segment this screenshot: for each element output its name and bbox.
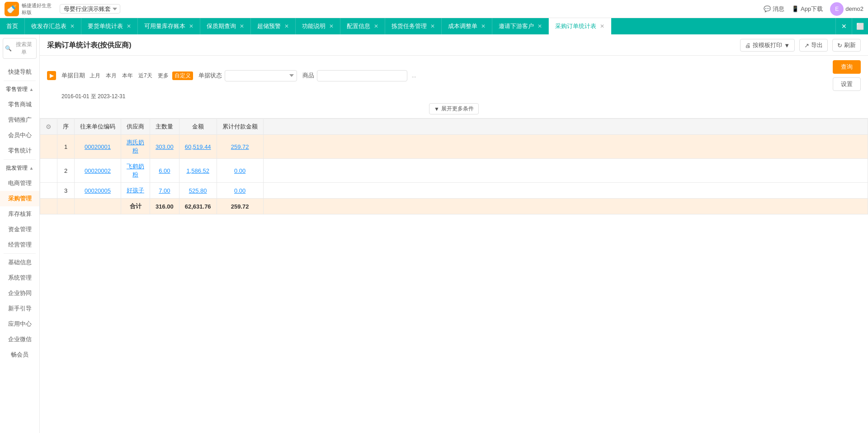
row3-unit-code-link[interactable]: 00020005 bbox=[85, 187, 111, 194]
tab-order-stat[interactable]: 要货单统计表 ✕ bbox=[81, 18, 138, 34]
export-button[interactable]: ↗ 导出 bbox=[799, 39, 828, 52]
date-last-month[interactable]: 上月 bbox=[88, 71, 102, 80]
filter-row-1: ▶ 单据日期 上月 本月 本年 近7天 更多 自定义 单据状态 bbox=[47, 60, 861, 91]
tab-purchase-stat[interactable]: 采购订单统计表 ✕ bbox=[549, 18, 611, 34]
close-tab-cost-adjust[interactable]: ✕ bbox=[481, 23, 486, 29]
refresh-icon: ↻ bbox=[837, 42, 842, 49]
tab-expiry-query[interactable]: 保质期查询 ✕ bbox=[200, 18, 251, 34]
sidebar-item-capital-mgmt[interactable]: 资金管理 bbox=[0, 222, 39, 237]
tab-invite-downstream[interactable]: 邀请下游客户 ✕ bbox=[492, 18, 549, 34]
row3-paid-amount: 0.00 bbox=[217, 183, 263, 199]
row1-supplier-link[interactable]: 惠氏奶粉 bbox=[127, 139, 144, 154]
print-arrow-icon: ▼ bbox=[784, 42, 790, 49]
sidebar-item-enterprise-wechat[interactable]: 企业微信 bbox=[0, 332, 39, 347]
sidebar-item-retail-stat[interactable]: 零售统计 bbox=[0, 143, 39, 158]
app-download-action[interactable]: 📱 App下载 bbox=[792, 5, 823, 13]
date-custom-tag[interactable]: 自定义 bbox=[172, 71, 193, 80]
message-action[interactable]: 💬 消息 bbox=[764, 5, 784, 13]
sidebar-item-purchase-mgmt[interactable]: 采购管理 bbox=[0, 191, 39, 206]
date-this-year[interactable]: 本年 bbox=[120, 71, 135, 80]
table-footer-row: 合计 316.00 62,631.76 259.72 bbox=[40, 199, 868, 214]
sidebar-item-app-center[interactable]: 应用中心 bbox=[0, 316, 39, 332]
tab-home[interactable]: 首页 bbox=[0, 18, 25, 34]
row2-supplier-link[interactable]: 飞鹤奶粉 bbox=[127, 163, 144, 178]
status-filter: 单据状态 bbox=[198, 70, 297, 81]
close-tab-purchase-stat[interactable]: ✕ bbox=[600, 23, 604, 29]
sidebar-item-ecommerce-mgmt[interactable]: 电商管理 bbox=[0, 176, 39, 191]
close-tab-config-info[interactable]: ✕ bbox=[374, 23, 378, 29]
close-tab-pick-task[interactable]: ✕ bbox=[430, 23, 435, 29]
status-select[interactable] bbox=[225, 70, 297, 81]
close-tab-collect-pay[interactable]: ✕ bbox=[70, 23, 75, 29]
avatar: E bbox=[830, 2, 844, 16]
close-tab-available-stock[interactable]: ✕ bbox=[189, 23, 193, 29]
nav-tabs-end: ✕ ⬜ bbox=[835, 18, 868, 34]
close-tab-invite-downstream[interactable]: ✕ bbox=[538, 23, 542, 29]
sidebar-item-marketing[interactable]: 营销推广 bbox=[0, 112, 39, 128]
user-action[interactable]: E demo2 bbox=[830, 2, 863, 16]
close-tab-expiry-query[interactable]: ✕ bbox=[240, 23, 244, 29]
page-content: 采购订单统计表(按供应商) 🖨 按模板打印 ▼ ↗ 导出 ↻ 刷新 bbox=[40, 34, 868, 433]
sidebar-search-btn[interactable]: 🔍 搜索菜单 bbox=[3, 38, 37, 59]
row3-paid-amount-link[interactable]: 0.00 bbox=[234, 187, 245, 194]
sidebar-item-retail-mall[interactable]: 零售商城 bbox=[0, 97, 39, 112]
row1-amount: 60,519.44 bbox=[179, 135, 217, 159]
tab-cost-adjust[interactable]: 成本调整单 ✕ bbox=[442, 18, 492, 34]
sidebar-item-new-guide[interactable]: 新手引导 bbox=[0, 301, 39, 316]
row1-unit-code-link[interactable]: 00020001 bbox=[85, 143, 111, 150]
breadcrumb-select[interactable]: 母婴行业演示账套 bbox=[60, 4, 120, 14]
logo-text: 畅捷通好生意 标版 bbox=[22, 2, 52, 15]
more-options-btn[interactable]: ... bbox=[412, 72, 416, 79]
sidebar-item-basic-info[interactable]: 基础信息 bbox=[0, 255, 39, 270]
row2-main-qty-link[interactable]: 6.00 bbox=[159, 167, 170, 174]
sidebar-item-ops-mgmt[interactable]: 经营管理 bbox=[0, 237, 39, 252]
row2-unit-code-link[interactable]: 00020002 bbox=[85, 167, 111, 174]
print-button[interactable]: 🖨 按模板打印 ▼ bbox=[740, 39, 795, 52]
col-extra bbox=[263, 119, 868, 135]
row1-main-qty-link[interactable]: 303.00 bbox=[156, 143, 174, 150]
close-tab-overstock-warning[interactable]: ✕ bbox=[284, 23, 289, 29]
refresh-button[interactable]: ↻ 刷新 bbox=[832, 39, 861, 52]
query-button[interactable]: 查询 bbox=[833, 60, 861, 74]
sidebar-item-retail-mgmt[interactable]: 零售管理 ▲ bbox=[0, 82, 39, 97]
sidebar-item-wholesale-mgmt[interactable]: 批发管理 ▲ bbox=[0, 161, 39, 176]
tab-config-info[interactable]: 配置信息 ✕ bbox=[340, 18, 385, 34]
tab-available-stock[interactable]: 可用量库存账本 ✕ bbox=[138, 18, 200, 34]
row3-amount-link[interactable]: 525.80 bbox=[189, 187, 207, 194]
tab-collect-pay[interactable]: 收发存汇总表 ✕ bbox=[25, 18, 81, 34]
settings-button[interactable]: 设置 bbox=[833, 77, 861, 91]
divider-3 bbox=[4, 253, 36, 254]
date-shortcuts: 上月 本月 本年 近7天 更多 自定义 bbox=[88, 71, 193, 80]
date-7days[interactable]: 近7天 bbox=[137, 71, 154, 80]
sidebar-item-enterprise-collab[interactable]: 企业协同 bbox=[0, 285, 39, 301]
goods-input[interactable] bbox=[317, 70, 407, 81]
row3-main-qty-link[interactable]: 7.00 bbox=[159, 187, 170, 194]
sidebar-item-member[interactable]: 畅会员 bbox=[0, 347, 39, 362]
row3-amount: 525.80 bbox=[179, 183, 217, 199]
sidebar-item-stock-check[interactable]: 库存核算 bbox=[0, 206, 39, 222]
nav-fullscreen-btn[interactable]: ⬜ bbox=[852, 18, 868, 34]
tab-pick-task[interactable]: 拣货任务管理 ✕ bbox=[385, 18, 442, 34]
close-tab-func-desc[interactable]: ✕ bbox=[329, 23, 334, 29]
date-this-month[interactable]: 本月 bbox=[104, 71, 118, 80]
date-more[interactable]: 更多 bbox=[156, 71, 170, 80]
sidebar-nav: 快捷导航 零售管理 ▲ 零售商城 营销推广 会员中心 零售统计 批发管理 ▲ bbox=[0, 62, 39, 364]
collapse-filter-btn[interactable]: ▶ bbox=[47, 71, 56, 80]
row3-unit-code: 00020005 bbox=[75, 183, 121, 199]
nav-close-btn[interactable]: ✕ bbox=[835, 18, 852, 34]
row1-amount-link[interactable]: 60,519.44 bbox=[185, 143, 211, 150]
sidebar-item-member-center[interactable]: 会员中心 bbox=[0, 128, 39, 143]
logo-icon: 🍼 bbox=[5, 2, 19, 16]
sidebar-item-quick-nav[interactable]: 快捷导航 bbox=[0, 64, 39, 80]
gear-icon[interactable]: ⚙ bbox=[46, 123, 52, 130]
expand-filter-btn[interactable]: ▼ 展开更多条件 bbox=[429, 103, 479, 114]
close-tab-order-stat[interactable]: ✕ bbox=[127, 23, 131, 29]
sidebar-item-sys-mgmt[interactable]: 系统管理 bbox=[0, 270, 39, 285]
row2-amount-link[interactable]: 1,586.52 bbox=[186, 167, 209, 174]
row2-main-qty: 6.00 bbox=[150, 159, 179, 183]
row3-supplier-link[interactable]: 好孩子 bbox=[127, 187, 144, 194]
row1-paid-amount-link[interactable]: 259.72 bbox=[231, 143, 249, 150]
tab-func-desc[interactable]: 功能说明 ✕ bbox=[296, 18, 340, 34]
row2-paid-amount-link[interactable]: 0.00 bbox=[234, 167, 245, 174]
tab-overstock-warning[interactable]: 超储预警 ✕ bbox=[251, 18, 296, 34]
